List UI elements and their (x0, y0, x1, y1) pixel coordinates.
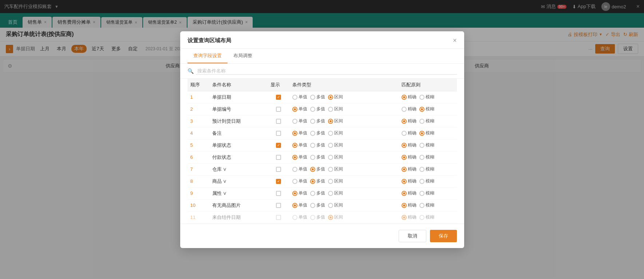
dialog-title: 设置查询区域布局 (187, 37, 231, 44)
search-condition-input[interactable] (196, 67, 457, 75)
tab-field-settings-label: 查询字段设置 (193, 53, 222, 58)
modal-overlay: 设置查询区域布局 × 查询字段设置 布局调整 🔍 顺序 条件名称 显示 条件类型 (0, 0, 644, 76)
dialog-set-query-layout: 设置查询区域布局 × 查询字段设置 布局调整 🔍 顺序 条件名称 显示 条件类型 (180, 31, 464, 76)
dialog-close-button[interactable]: × (453, 37, 457, 44)
tab-layout-adjust-label: 布局调整 (233, 53, 252, 58)
dialog-tab-bar: 查询字段设置 布局调整 (180, 49, 464, 64)
dialog-search-area: 🔍 (180, 64, 464, 76)
tab-layout-adjust[interactable]: 布局调整 (228, 49, 258, 63)
search-icon: 🔍 (187, 68, 194, 74)
dialog-header: 设置查询区域布局 × (180, 31, 464, 49)
tab-field-settings[interactable]: 查询字段设置 (187, 49, 228, 63)
